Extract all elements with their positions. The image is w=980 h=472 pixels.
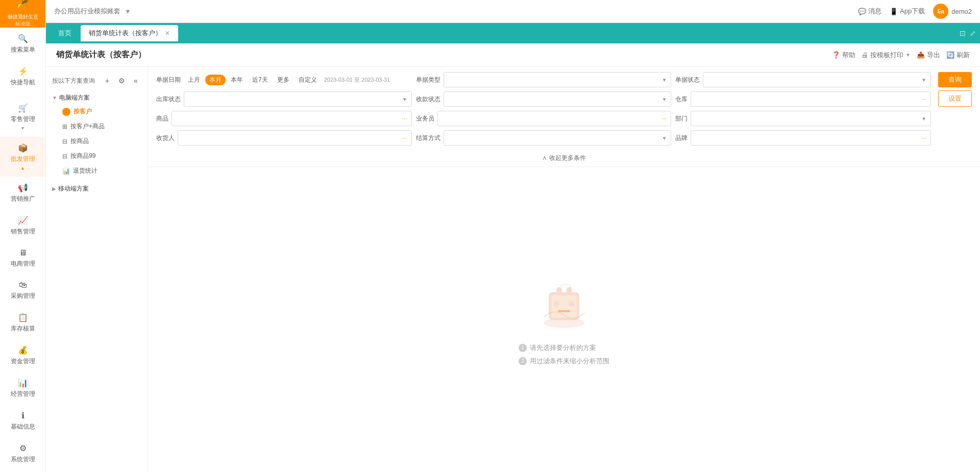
date-btn-7days[interactable]: 近7天 bbox=[248, 75, 272, 85]
tab-maximize-icon[interactable]: ⤢ bbox=[970, 29, 976, 37]
tab-restore-icon[interactable]: ⊡ bbox=[960, 29, 966, 37]
type-label: 单据类型 bbox=[416, 76, 440, 84]
export-btn[interactable]: 📤 导出 bbox=[917, 51, 940, 60]
right-panel: 单据日期 上月 本月 本年 近7天 更多 自定义 2023-03-01 至 20… bbox=[148, 67, 980, 472]
scheme-return-stats-label: 退货统计 bbox=[73, 167, 97, 175]
svg-rect-5 bbox=[558, 310, 570, 312]
date-btn-last-month[interactable]: 上月 bbox=[184, 75, 204, 85]
download-icon: 📱 bbox=[890, 8, 898, 15]
goods-input[interactable]: ··· bbox=[172, 111, 412, 126]
industry-dropdown-icon[interactable]: ▼ bbox=[125, 8, 131, 15]
sidebar-item-sales[interactable]: 📈 销售管理 bbox=[0, 209, 45, 242]
settings-scheme-btn[interactable]: ⚙ bbox=[116, 75, 127, 86]
purchase-icon: 🛍 bbox=[19, 280, 27, 290]
warehouse-input[interactable]: ··· bbox=[691, 91, 931, 107]
system-icon: ⚙ bbox=[19, 443, 27, 453]
scheme-item-return-stats[interactable]: 📊 退货统计 bbox=[46, 163, 148, 178]
left-panel: 按以下方案查询 + ⚙ « ▼ 电脑端方案 按客户 bbox=[46, 67, 148, 472]
sidebar-item-basics[interactable]: ℹ 基础信息 bbox=[0, 405, 45, 437]
department-select[interactable]: ▼ bbox=[691, 111, 931, 126]
settings-button[interactable]: 设置 bbox=[938, 90, 972, 107]
wholesale-icon: 📦 bbox=[18, 143, 28, 153]
customer-scheme-icon bbox=[62, 108, 70, 116]
refresh-btn[interactable]: 🔄 刷新 bbox=[946, 51, 970, 60]
sidebar-item-retail[interactable]: 🛒 零售管理 ▼ bbox=[0, 97, 45, 137]
scheme-item-by-goods[interactable]: ⊟ 按商品 bbox=[46, 134, 148, 149]
filter-date-group: 单据日期 上月 本月 本年 近7天 更多 自定义 2023-03-01 至 20… bbox=[156, 72, 412, 87]
date-btn-this-month[interactable]: 本月 bbox=[205, 75, 226, 85]
app-logo[interactable]: 🍊 畅捷通好生意 标准版 bbox=[0, 0, 46, 28]
inventory-icon: 📋 bbox=[18, 313, 28, 322]
date-btn-more[interactable]: 更多 bbox=[273, 75, 293, 85]
collapse-panel-btn[interactable]: « bbox=[130, 75, 141, 86]
collapse-bar[interactable]: ∧ 收起更多条件 bbox=[148, 150, 980, 167]
sidebar-item-operations[interactable]: 📊 经营管理 bbox=[0, 372, 45, 405]
page-title: 销货单统计表（按客户） bbox=[56, 50, 146, 60]
sidebar: 🍊 畅捷通好生意 标准版 🔍 搜索菜单 ⚡ 快捷导航 🛒 零售管理 ▼ 📦 批发… bbox=[0, 0, 46, 472]
filter-payment-group: 结算方式 ▼ bbox=[416, 130, 672, 146]
scheme-item-customer-goods[interactable]: ⊞ 按客户+商品 bbox=[46, 119, 148, 134]
query-button[interactable]: 查询 bbox=[938, 72, 972, 87]
sidebar-item-wholesale[interactable]: 📦 批发管理 ▲ bbox=[0, 137, 45, 177]
scheme-group-mobile-title[interactable]: ▶ 移动端方案 bbox=[46, 182, 148, 195]
finance-icon: 💰 bbox=[18, 345, 28, 355]
scheme-group-pc-title[interactable]: ▼ 电脑端方案 bbox=[46, 91, 148, 104]
app-download-btn[interactable]: 📱 App下载 bbox=[890, 7, 925, 16]
filter-type-group: 单据类型 ▼ bbox=[416, 72, 672, 87]
sidebar-item-label: 快捷导航 bbox=[11, 78, 35, 87]
warehouse-label: 仓库 bbox=[675, 95, 688, 104]
messages-btn[interactable]: 💬 消息 bbox=[858, 7, 881, 16]
salesperson-label: 业务员 bbox=[416, 114, 434, 123]
pc-group-label: 电脑端方案 bbox=[59, 93, 90, 102]
user-avatar: Ea bbox=[933, 4, 948, 19]
help-btn[interactable]: ❓ 帮助 bbox=[832, 51, 855, 60]
tab-close-icon[interactable]: ✕ bbox=[165, 30, 170, 37]
out-status-select[interactable]: ▼ bbox=[184, 91, 412, 107]
sidebar-item-system[interactable]: ⚙ 系统管理 bbox=[0, 437, 45, 470]
goods-dots-icon: ··· bbox=[402, 115, 407, 122]
sidebar-item-quick-nav[interactable]: ⚡ 快捷导航 bbox=[0, 60, 45, 93]
salesperson-input[interactable]: ··· bbox=[437, 111, 672, 126]
by-goods-icon: ⊟ bbox=[62, 138, 67, 145]
date-range-display: 2023-03-01 至 2023-03-31 bbox=[324, 76, 390, 84]
filter-out-status-group: 出库状态 ▼ bbox=[156, 91, 412, 107]
tip-num-1: 1 bbox=[519, 344, 527, 352]
tip-item-2: 2 用过滤条件来缩小分析范围 bbox=[519, 355, 609, 368]
scheme-item-by-customer[interactable]: 按客户 bbox=[46, 104, 148, 119]
date-btn-this-year[interactable]: 本年 bbox=[227, 75, 247, 85]
username-label: demo2 bbox=[951, 8, 972, 15]
tab-sales-summary[interactable]: 销货单统计表（按客户） ✕ bbox=[81, 25, 178, 41]
sidebar-item-finance[interactable]: 💰 资金管理 bbox=[0, 339, 45, 372]
status-select[interactable]: ▼ bbox=[703, 72, 931, 87]
date-btn-custom[interactable]: 自定义 bbox=[295, 75, 321, 85]
sidebar-item-purchase[interactable]: 🛍 采购管理 bbox=[0, 274, 45, 306]
empty-tips: 1 请先选择要分析的方案 2 用过滤条件来缩小分析范围 bbox=[519, 341, 609, 368]
tab-home[interactable]: 首页 bbox=[50, 25, 80, 41]
sidebar-item-cooperation[interactable]: 🤝 企业协同 bbox=[0, 470, 45, 472]
sidebar-item-label: 电商管理 bbox=[11, 259, 35, 268]
type-select[interactable]: ▼ bbox=[444, 72, 672, 87]
add-scheme-btn[interactable]: + bbox=[102, 75, 113, 86]
sidebar-item-search[interactable]: 🔍 搜索菜单 bbox=[0, 28, 45, 60]
tab-home-label: 首页 bbox=[58, 29, 71, 38]
sidebar-item-inventory[interactable]: 📋 库存核算 bbox=[0, 306, 45, 339]
out-status-label: 出库状态 bbox=[156, 95, 181, 104]
tab-bar: 首页 销货单统计表（按客户） ✕ ⊡ ⤢ bbox=[46, 23, 980, 43]
brand-input[interactable]: ··· bbox=[691, 130, 931, 146]
consignee-dots-icon: ··· bbox=[402, 134, 407, 141]
app-download-label: App下载 bbox=[900, 7, 925, 16]
receipt-status-select[interactable]: ▼ bbox=[444, 91, 672, 107]
topbar-right: 💬 消息 📱 App下载 Ea demo2 bbox=[858, 4, 972, 19]
print-btn[interactable]: 🖨 按模板打印 ▼ bbox=[862, 51, 911, 60]
user-area[interactable]: Ea demo2 bbox=[933, 4, 972, 19]
sidebar-item-marketing[interactable]: 📢 营销推广 bbox=[0, 177, 45, 209]
payment-dropdown-icon: ▼ bbox=[662, 135, 667, 141]
scheme-item-goods-99[interactable]: ⊟ 按商品99 bbox=[46, 149, 148, 163]
collapse-up-icon: ∧ bbox=[542, 154, 547, 161]
sidebar-item-ecommerce[interactable]: 🖥 电商管理 bbox=[0, 242, 45, 274]
filter-consignee-group: 收货人 ··· bbox=[156, 130, 412, 146]
content-area: 销货单统计表（按客户） ❓ 帮助 🖨 按模板打印 ▼ 📤 导出 🔄 刷新 bbox=[46, 43, 980, 472]
payment-select[interactable]: ▼ bbox=[444, 130, 672, 146]
consignee-input[interactable]: ··· bbox=[178, 130, 412, 146]
filter-salesperson-group: 业务员 ··· bbox=[416, 111, 672, 126]
